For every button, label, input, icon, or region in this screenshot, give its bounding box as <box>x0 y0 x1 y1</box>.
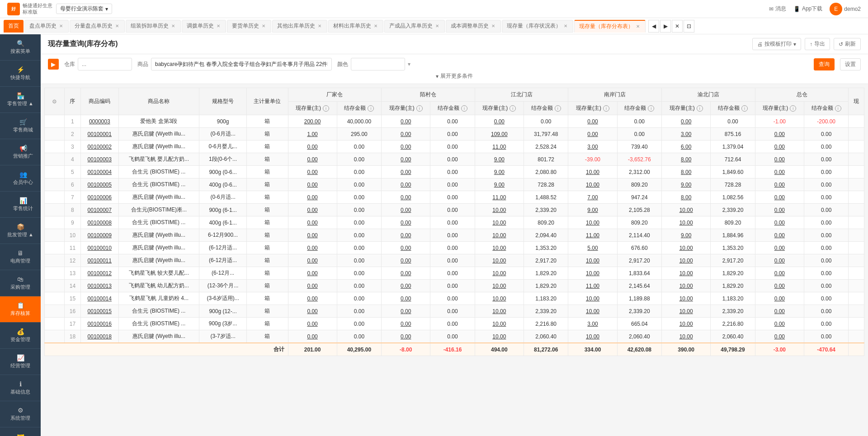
row-mc-stock[interactable]: 0.00 <box>382 178 430 191</box>
row-mc-stock[interactable]: 0.00 <box>382 242 430 254</box>
sidebar-item-6[interactable]: 📊 零售统计 <box>0 192 41 218</box>
row-settings[interactable] <box>45 280 65 292</box>
row-na-stock[interactable]: 11.00 <box>568 229 617 242</box>
tab-0[interactable]: 首页 <box>4 20 24 33</box>
row-factory-stock[interactable]: 0.00 <box>288 229 337 242</box>
row-mc-stock[interactable]: 0.00 <box>382 229 430 242</box>
row-jb-stock[interactable]: 9.00 <box>475 178 524 191</box>
row-code[interactable]: 00100015 <box>80 305 118 318</box>
row-yb-stock[interactable]: 8.00 <box>662 153 711 166</box>
row-na-stock[interactable]: 10.00 <box>568 305 617 318</box>
row-na-stock[interactable]: 7.00 <box>568 191 617 204</box>
row-na-stock[interactable]: 9.00 <box>568 204 617 216</box>
row-settings[interactable] <box>45 242 65 254</box>
tab-7[interactable]: 材料出库单历史✕ <box>328 20 383 33</box>
row-mc-stock[interactable]: 0.00 <box>382 141 430 153</box>
message-btn[interactable]: ✉ 消息 <box>769 5 786 13</box>
tab-next-btn[interactable]: ▶ <box>660 20 671 33</box>
row-na-stock[interactable]: 3.00 <box>568 318 617 330</box>
row-mc-stock[interactable]: 0.00 <box>382 204 430 216</box>
expand-conditions-btn[interactable]: ▾ 展开更多条件 <box>48 72 861 80</box>
row-mc-stock[interactable]: 0.00 <box>382 115 430 128</box>
row-yb-stock[interactable]: 8.00 <box>662 166 711 178</box>
row-total-stock[interactable]: 0.00 <box>755 280 804 292</box>
row-mc-stock[interactable]: 0.00 <box>382 305 430 318</box>
row-total-stock[interactable]: 0.00 <box>755 254 804 267</box>
row-code[interactable]: 00100007 <box>80 204 118 216</box>
row-total-stock[interactable]: 0.00 <box>755 242 804 254</box>
row-yb-stock[interactable]: 10.00 <box>662 267 711 280</box>
row-jb-stock[interactable]: 10.00 <box>475 280 524 292</box>
row-jb-stock[interactable]: 11.00 <box>475 191 524 204</box>
row-total-stock[interactable]: 0.00 <box>755 153 804 166</box>
row-yb-stock[interactable]: 10.00 <box>662 280 711 292</box>
row-jb-stock[interactable]: 10.00 <box>475 292 524 305</box>
row-code[interactable]: 00100011 <box>80 254 118 267</box>
row-total-stock[interactable]: 0.00 <box>755 191 804 204</box>
sidebar-item-1[interactable]: ⚡ 快捷导航 <box>0 61 41 87</box>
row-settings[interactable] <box>45 178 65 191</box>
tab-close-icon[interactable]: ✕ <box>491 23 496 28</box>
row-jb-stock[interactable]: 10.00 <box>475 242 524 254</box>
row-na-stock[interactable]: -39.00 <box>568 153 617 166</box>
tab-9[interactable]: 成本调整单历史✕ <box>446 20 501 33</box>
row-yb-stock[interactable]: 10.00 <box>662 330 711 343</box>
row-settings[interactable] <box>45 191 65 204</box>
row-yb-stock[interactable]: 10.00 <box>662 318 711 330</box>
print-btn[interactable]: 🖨 按模板打印 ▾ <box>752 38 801 50</box>
row-yb-stock[interactable]: 10.00 <box>662 204 711 216</box>
row-na-stock[interactable]: 0.00 <box>568 115 617 128</box>
row-total-stock[interactable]: 0.00 <box>755 141 804 153</box>
sidebar-item-7[interactable]: 📦 批发管理 ▲ <box>0 218 41 244</box>
row-settings[interactable] <box>45 330 65 343</box>
sidebar-item-9[interactable]: 🛍 采购管理 <box>0 270 41 296</box>
row-settings[interactable] <box>45 204 65 216</box>
warehouse-input[interactable] <box>78 58 132 70</box>
tab-close-icon[interactable]: ✕ <box>563 23 568 28</box>
row-factory-stock[interactable]: 200.00 <box>288 115 337 128</box>
row-jb-stock[interactable]: 10.00 <box>475 229 524 242</box>
tab-6[interactable]: 其他出库单历史✕ <box>272 20 327 33</box>
tab-close-icon[interactable]: ✕ <box>114 23 120 28</box>
row-yb-stock[interactable]: 10.00 <box>662 216 711 229</box>
sidebar-item-4[interactable]: 📢 营销推广 <box>0 139 41 165</box>
row-total-stock[interactable]: 0.00 <box>755 204 804 216</box>
row-code[interactable]: 00100009 <box>80 229 118 242</box>
row-jb-stock[interactable]: 10.00 <box>475 267 524 280</box>
row-factory-stock[interactable]: 0.00 <box>288 216 337 229</box>
row-yb-stock[interactable]: 9.00 <box>662 229 711 242</box>
row-mc-stock[interactable]: 0.00 <box>382 191 430 204</box>
row-jb-stock[interactable]: 10.00 <box>475 330 524 343</box>
tab-close-icon[interactable]: ✕ <box>170 23 176 28</box>
row-factory-stock[interactable]: 0.00 <box>288 330 337 343</box>
row-factory-stock[interactable]: 0.00 <box>288 305 337 318</box>
row-total-stock[interactable]: 0.00 <box>755 267 804 280</box>
row-yb-stock[interactable]: 10.00 <box>662 242 711 254</box>
row-factory-stock[interactable]: 0.00 <box>288 178 337 191</box>
row-factory-stock[interactable]: 0.00 <box>288 280 337 292</box>
tab-close-icon[interactable]: ✕ <box>635 24 641 29</box>
row-code[interactable]: 00100010 <box>80 242 118 254</box>
th-settings[interactable]: ⚙ <box>45 88 65 115</box>
row-jb-stock[interactable]: 0.00 <box>475 115 524 128</box>
row-settings[interactable] <box>45 128 65 141</box>
row-settings[interactable] <box>45 292 65 305</box>
row-na-stock[interactable]: 3.00 <box>568 141 617 153</box>
row-total-stock[interactable]: 0.00 <box>755 166 804 178</box>
row-mc-stock[interactable]: 0.00 <box>382 166 430 178</box>
row-factory-stock[interactable]: 0.00 <box>288 204 337 216</box>
row-na-stock[interactable]: 0.00 <box>568 128 617 141</box>
tab-refresh-btn[interactable]: ✕ <box>672 20 683 33</box>
row-mc-stock[interactable]: 0.00 <box>382 128 430 141</box>
row-factory-stock[interactable]: 0.00 <box>288 166 337 178</box>
tab-3[interactable]: 组装拆卸单历史✕ <box>126 20 181 33</box>
row-mc-stock[interactable]: 0.00 <box>382 318 430 330</box>
row-settings[interactable] <box>45 229 65 242</box>
row-code[interactable]: 00100013 <box>80 280 118 292</box>
row-mc-stock[interactable]: 0.00 <box>382 330 430 343</box>
row-factory-stock[interactable]: 0.00 <box>288 292 337 305</box>
row-mc-stock[interactable]: 0.00 <box>382 216 430 229</box>
tab-close-icon[interactable]: ✕ <box>317 23 322 28</box>
row-code[interactable]: 0000003 <box>80 115 118 128</box>
row-factory-stock[interactable]: 1.00 <box>288 128 337 141</box>
